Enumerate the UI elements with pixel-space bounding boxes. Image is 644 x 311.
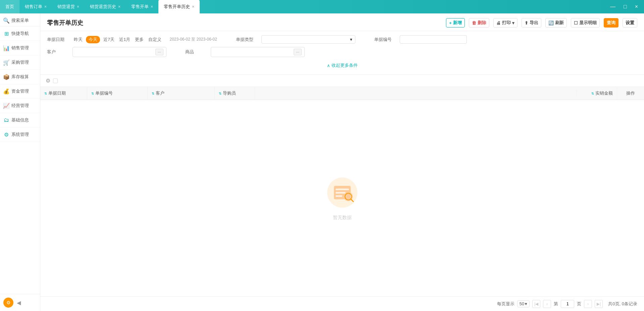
type-filter-select[interactable]: ▾ bbox=[261, 35, 355, 44]
window-close-btn[interactable]: — bbox=[607, 4, 618, 10]
tab-sales-return-close[interactable]: × bbox=[77, 4, 79, 9]
add-button[interactable]: + 新增 bbox=[446, 18, 465, 28]
empty-text: 暂无数据 bbox=[333, 215, 352, 221]
page-prev-btn[interactable]: ‹ bbox=[543, 300, 551, 308]
tab-retail-order[interactable]: 零售开单 × bbox=[126, 0, 158, 13]
tab-return-history[interactable]: 销货退货历史 × bbox=[85, 0, 126, 13]
display-detail-button[interactable]: ☐ 显示明细 bbox=[571, 18, 600, 28]
select-all-checkbox[interactable] bbox=[53, 79, 58, 83]
th-date-label: 单据日期 bbox=[48, 90, 66, 96]
sidebar-search[interactable]: 🔍 搜索采单 bbox=[0, 13, 40, 27]
goods-filter-label: 商品 bbox=[185, 49, 205, 55]
date-option-custom[interactable]: 自定义 bbox=[147, 36, 163, 43]
topbar-right: — □ × bbox=[607, 4, 644, 10]
filter-collapse-btn[interactable]: ∧ 收起更多条件 bbox=[47, 60, 637, 70]
number-filter-label: 单据编号 bbox=[374, 37, 394, 43]
refresh-button[interactable]: 🔄 刷新 bbox=[545, 18, 567, 28]
sales-mgmt-icon: 📊 bbox=[3, 45, 9, 51]
table-settings-icon[interactable]: ⚙ bbox=[46, 77, 50, 84]
sidebar-item-operations[interactable]: 📈 经营管理 bbox=[0, 99, 40, 113]
settings-icon-btn[interactable]: ⚙ bbox=[3, 298, 13, 308]
sidebar-search-label: 搜索采单 bbox=[11, 17, 29, 23]
th-customer[interactable]: ⇅ 客户 bbox=[148, 87, 215, 100]
print-label: 打印 bbox=[502, 20, 511, 26]
main-layout: 🔍 搜索采单 ⊞ 快捷导航 📊 销售管理 🛒 采购管理 📦 库存核算 💰 资金管… bbox=[0, 13, 644, 311]
tab-sales-order[interactable]: 销售订单 × bbox=[19, 0, 52, 13]
export-icon: ⬆ bbox=[525, 20, 528, 25]
tab-retail-order-close[interactable]: × bbox=[151, 4, 153, 9]
refresh-label: 刷新 bbox=[555, 20, 564, 26]
sidebar-item-purchase-mgmt[interactable]: 🛒 采购管理 bbox=[0, 55, 40, 70]
sort-icon-guide: ⇅ bbox=[219, 92, 221, 95]
top-bar: 首页 销售订单 × 销货退货 × 销货退货历史 × 零售开单 × 零售开单历史 … bbox=[0, 0, 644, 13]
sidebar-item-purchase-mgmt-label: 采购管理 bbox=[11, 59, 29, 65]
tab-retail-order-label: 零售开单 bbox=[131, 4, 149, 10]
th-customer-label: 客户 bbox=[156, 90, 164, 96]
date-option-1month[interactable]: 近1月 bbox=[118, 36, 132, 43]
page-first-btn[interactable]: |◀ bbox=[532, 300, 540, 308]
sidebar-collapse-btn[interactable]: ◀ bbox=[17, 300, 21, 306]
display-label: 显示明细 bbox=[579, 20, 597, 26]
tab-retail-history-close[interactable]: × bbox=[192, 4, 194, 9]
customer-filter-select[interactable]: ··· bbox=[72, 47, 166, 57]
sort-icon-customer: ⇅ bbox=[152, 92, 154, 95]
date-option-yesterday[interactable]: 昨天 bbox=[72, 36, 84, 43]
th-no[interactable]: ⇅ 单据编号 bbox=[87, 87, 148, 100]
sidebar-item-basic-info[interactable]: 🗂 基础信息 bbox=[0, 113, 40, 127]
window-max-btn[interactable]: □ bbox=[621, 4, 630, 10]
date-option-7days[interactable]: 近7天 bbox=[102, 36, 116, 43]
customer-ellipsis-btn[interactable]: ··· bbox=[155, 49, 163, 55]
tab-sales-order-close[interactable]: × bbox=[44, 4, 47, 9]
page-prefix-label: 第 bbox=[554, 301, 558, 307]
window-x-btn[interactable]: × bbox=[632, 4, 641, 10]
per-page-label: 每页显示 bbox=[497, 301, 514, 307]
page-number-input[interactable] bbox=[561, 300, 574, 308]
settings-gear-icon: ⚙ bbox=[6, 300, 11, 305]
finance-icon: 💰 bbox=[3, 88, 9, 94]
th-amount-label: 实销金额 bbox=[595, 90, 613, 96]
filter-row-1: 单据日期 昨天 今天 近7天 近1月 更多 自定义 2023-06-02 至 2… bbox=[47, 35, 637, 44]
purchase-mgmt-icon: 🛒 bbox=[3, 59, 9, 65]
print-button[interactable]: 🖨 打印 ▾ bbox=[493, 18, 517, 28]
page-header: 零售开单历史 + 新增 🗑 删除 🖨 打印 ▾ ⬆ 导出 bbox=[40, 13, 644, 31]
goods-filter-select[interactable]: ··· bbox=[211, 47, 305, 57]
th-guide[interactable]: ⇅ 导购员 bbox=[215, 87, 255, 100]
export-button[interactable]: ⬆ 导出 bbox=[522, 18, 541, 28]
sidebar-item-finance-label: 资金管理 bbox=[11, 88, 29, 94]
delete-button[interactable]: 🗑 删除 bbox=[469, 18, 489, 28]
date-option-today[interactable]: 今天 bbox=[86, 36, 100, 43]
tab-home[interactable]: 首页 bbox=[0, 0, 19, 13]
search-icon: 🔍 bbox=[3, 17, 9, 23]
th-date[interactable]: ⇅ 单据日期 bbox=[40, 87, 87, 100]
tab-sales-return[interactable]: 销货退货 × bbox=[52, 0, 85, 13]
sidebar-item-sys-mgmt[interactable]: ⚙ 系统管理 bbox=[0, 127, 40, 142]
number-filter-input[interactable] bbox=[400, 35, 467, 44]
per-page-select[interactable]: 50 ▾ bbox=[517, 300, 530, 307]
query-label: 查询 bbox=[607, 20, 615, 26]
add-icon: + bbox=[449, 20, 452, 25]
date-option-more[interactable]: 更多 bbox=[134, 36, 145, 43]
inventory-icon: 📦 bbox=[3, 74, 9, 80]
sidebar-item-finance[interactable]: 💰 资金管理 bbox=[0, 84, 40, 99]
th-middle bbox=[255, 90, 577, 97]
svg-rect-2 bbox=[336, 189, 349, 190]
sidebar-item-sales-mgmt[interactable]: 📊 销售管理 bbox=[0, 41, 40, 55]
th-no-label: 单据编号 bbox=[95, 90, 113, 96]
sidebar-item-quick-nav[interactable]: ⊞ 快捷导航 bbox=[0, 27, 40, 41]
tab-retail-history[interactable]: 零售开单历史 × bbox=[158, 0, 200, 13]
goods-ellipsis-btn[interactable]: ··· bbox=[294, 49, 302, 55]
content-area: 零售开单历史 + 新增 🗑 删除 🖨 打印 ▾ ⬆ 导出 bbox=[40, 13, 644, 311]
page-next-btn[interactable]: › bbox=[584, 300, 592, 308]
date-range-display: 2023-06-02 至 2023-06-02 bbox=[169, 37, 217, 42]
settings-button[interactable]: 设置 bbox=[623, 18, 637, 28]
query-button[interactable]: 查询 bbox=[604, 18, 618, 28]
type-filter-label: 单据类型 bbox=[236, 37, 256, 43]
sidebar-item-inventory[interactable]: 📦 库存核算 bbox=[0, 70, 40, 84]
page-last-btn[interactable]: ▶| bbox=[595, 300, 603, 308]
table-header: ⇅ 单据日期 ⇅ 单据编号 ⇅ 客户 ⇅ 导购员 ⇅ 实销 bbox=[40, 87, 644, 100]
delete-icon: 🗑 bbox=[472, 20, 476, 25]
refresh-icon: 🔄 bbox=[548, 20, 554, 25]
tab-return-history-close[interactable]: × bbox=[118, 4, 120, 9]
date-filter-label: 单据日期 bbox=[47, 37, 67, 43]
th-amount[interactable]: ⇅ 实销金额 bbox=[577, 87, 617, 100]
